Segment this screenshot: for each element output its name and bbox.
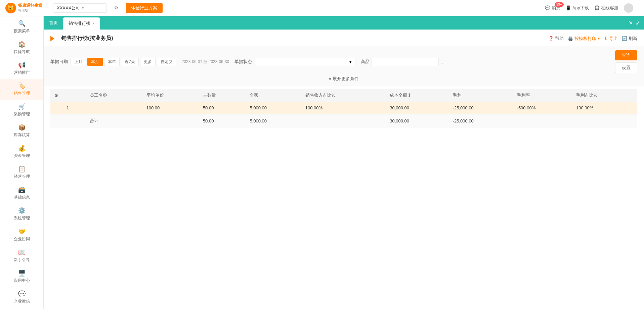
- goods-filter: 商品 ...: [361, 58, 444, 66]
- period-this-month[interactable]: 本月: [87, 58, 103, 66]
- tab-maximize-icon[interactable]: ⤢: [636, 20, 640, 26]
- table-header-row: ⚙ 员工名称 平均单价 主数量 全额 销售收入占比% 成本全额 ℹ 毛利 毛利率: [50, 89, 637, 102]
- company-selector[interactable]: XXXXX公司 ▾: [53, 3, 107, 13]
- period-7days[interactable]: 近7天: [121, 58, 139, 66]
- sidebar-item-apps[interactable]: 🖥️ 应用中心: [0, 266, 43, 287]
- footer-gross-pct: [572, 114, 637, 127]
- expand-arrow-icon[interactable]: [50, 36, 54, 41]
- cell-rank: 1: [62, 102, 86, 114]
- purchase-icon: 🛒: [18, 103, 26, 110]
- expand-label: 展开更多条件: [333, 76, 359, 82]
- sidebar-item-inventory[interactable]: 📦 库存核算: [0, 120, 43, 141]
- status-select[interactable]: ▾: [255, 58, 355, 66]
- sidebar-label-system: 系统管理: [14, 215, 30, 221]
- sidebar-label-finance: 资金管理: [14, 153, 30, 159]
- period-more[interactable]: 更多: [140, 58, 156, 66]
- tab-close-icon[interactable]: ×: [92, 21, 94, 25]
- sidebar-item-basic[interactable]: 🗃️ 基础信息: [0, 183, 43, 204]
- col-avg-price: 平均单价: [142, 89, 199, 102]
- sidebar-item-sales[interactable]: 🏷️ 销售管理: [0, 79, 43, 100]
- online-service-item[interactable]: 🎧 在线客服: [594, 5, 618, 11]
- period-this-year[interactable]: 本年: [104, 58, 120, 66]
- table-footer: 合计 50.00 5,000.00 30,000.00 -25,000.00: [50, 114, 637, 127]
- sidebar-item-collab[interactable]: 🤝 企业协同: [0, 224, 43, 245]
- print-icon: 🖨️: [568, 36, 573, 41]
- logo-icon: 🐱: [5, 3, 16, 13]
- refresh-button[interactable]: 🔄 刷新: [622, 36, 637, 42]
- cell-gross-pct: 100.00%: [572, 102, 637, 114]
- col-main-qty: 主数量: [199, 89, 246, 102]
- sidebar-item-search[interactable]: 🔍 搜索菜单: [0, 16, 43, 37]
- period-buttons: 上月 本月 本年 近7天 更多 自定义: [71, 58, 176, 66]
- sidebar-label-apps: 应用中心: [14, 278, 30, 284]
- online-service-label: 在线客服: [601, 5, 618, 11]
- goods-input[interactable]: [372, 58, 439, 66]
- top-right-area: 💬 消息 99+ 📱 App下载 🎧 在线客服: [545, 3, 639, 13]
- settings-button[interactable]: 设置: [615, 62, 637, 73]
- search-icon: 🔍: [18, 20, 26, 27]
- tab-sales-ranking[interactable]: 销售排行榜 ×: [63, 17, 100, 30]
- tab-home[interactable]: 首页: [44, 16, 63, 30]
- sidebar-item-quicknav[interactable]: 🏠 快捷导航: [0, 37, 43, 58]
- headset-icon: 🎧: [594, 5, 600, 10]
- sidebar-label-collab: 企业协同: [14, 236, 30, 242]
- cell-settings: [50, 102, 62, 114]
- message-item[interactable]: 💬 消息 99+: [545, 5, 560, 11]
- page-header: 销售排行榜(按业务员) ❓ 帮助 🖨️ 按模板打印 ▾: [44, 30, 644, 46]
- chevron-down-expand-icon: ▾: [329, 76, 331, 82]
- date-label: 单据日期: [50, 59, 68, 65]
- sidebar-label-sales: 销售管理: [14, 91, 30, 96]
- sidebar-item-system[interactable]: ⚙️ 系统管理: [0, 204, 43, 224]
- footer-main-qty: 50.00: [199, 114, 246, 127]
- sidebar-item-wechat[interactable]: 💬 企业微信: [0, 287, 43, 308]
- period-custom[interactable]: 自定义: [157, 58, 176, 66]
- expand-conditions-btn[interactable]: ▾ 展开更多条件: [50, 76, 637, 82]
- logo-sub: 标准版: [18, 8, 42, 13]
- sales-icon: 🏷️: [18, 82, 26, 90]
- sidebar-item-marketing[interactable]: 📢 营销推广: [0, 58, 43, 79]
- status-chevron-icon: ▾: [349, 59, 352, 64]
- col-rank: [62, 89, 86, 102]
- basic-icon: 🗃️: [18, 186, 26, 194]
- app-download-icon: 📱: [566, 5, 571, 10]
- ops-icon: 📋: [18, 165, 26, 173]
- sidebar-label-quicknav: 快捷导航: [14, 49, 30, 55]
- period-last-month[interactable]: 上月: [71, 58, 86, 66]
- date-range-display: 2023-06-01 至 2023-06-30: [182, 59, 229, 65]
- finance-icon: 💰: [18, 145, 26, 152]
- cell-total: 5,000.00: [246, 102, 301, 114]
- table-container: ⚙ 员工名称 平均单价 主数量 全额 销售收入占比% 成本全额 ℹ 毛利 毛利率: [44, 89, 644, 127]
- help-button[interactable]: ❓ 帮助: [548, 36, 564, 42]
- table-row: 1 100.00 50.00 5,000.00 100.00% 30,000.0…: [50, 102, 637, 114]
- app-download-item[interactable]: 📱 App下载: [566, 5, 589, 11]
- export-label: 导出: [609, 36, 618, 42]
- footer-settings-cell: [50, 114, 62, 127]
- sidebar-item-member[interactable]: 👑 畅会员: [0, 308, 43, 309]
- footer-gross: -25,000.00: [449, 114, 513, 127]
- print-chevron-icon: ▾: [598, 36, 600, 41]
- sidebar-item-purchase[interactable]: 🛒 采购管理: [0, 100, 43, 120]
- header-actions: ❓ 帮助 🖨️ 按模板打印 ▾ ⬇ 导出 🔄: [548, 36, 637, 42]
- trial-button[interactable]: 体验行业方案: [126, 3, 163, 13]
- col-settings[interactable]: ⚙: [50, 89, 62, 102]
- status-label: 单据状态: [234, 59, 252, 65]
- cell-gross-rate: -500.00%: [513, 102, 572, 114]
- tab-close-window-icon[interactable]: ✕: [629, 20, 633, 26]
- avatar[interactable]: [624, 3, 633, 13]
- query-button[interactable]: 查询: [615, 50, 637, 60]
- print-button[interactable]: 🖨️ 按模板打印 ▾: [568, 36, 600, 42]
- filter-row: 单据日期 上月 本月 本年 近7天 更多 自定义 2023-06-01 至 20…: [50, 50, 637, 73]
- page-title: 销售排行榜(按业务员): [61, 35, 548, 42]
- settings-icon-btn[interactable]: ⚙: [111, 3, 122, 13]
- table-body: 1 100.00 50.00 5,000.00 100.00% 30,000.0…: [50, 102, 637, 114]
- sidebar-item-guide[interactable]: 📖 新手引导: [0, 245, 43, 266]
- sidebar-item-ops[interactable]: 📋 经营管理: [0, 162, 43, 183]
- apps-icon: 🖥️: [18, 269, 26, 277]
- sidebar-item-finance[interactable]: 💰 资金管理: [0, 141, 43, 162]
- export-button[interactable]: ⬇ 导出: [604, 36, 618, 42]
- date-filter: 单据日期 上月 本月 本年 近7天 更多 自定义 2023-06-01 至 20…: [50, 58, 229, 66]
- sidebar-label-guide: 新手引导: [14, 257, 30, 263]
- status-filter: 单据状态 ▾: [234, 58, 355, 66]
- more-filters-btn[interactable]: ...: [441, 59, 444, 64]
- cell-main-qty: 50.00: [199, 102, 246, 114]
